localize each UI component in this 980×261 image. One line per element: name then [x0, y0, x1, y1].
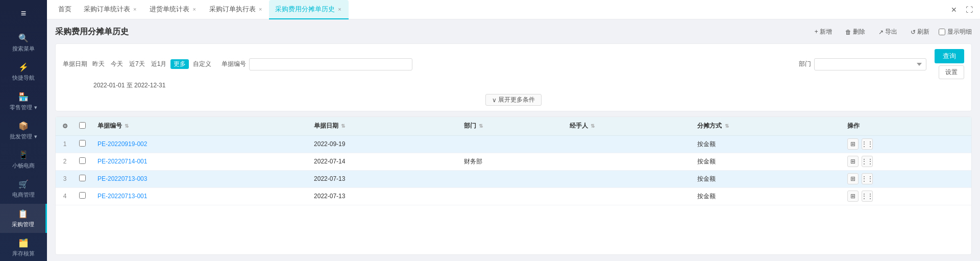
col-header-date: 单据日期 ⇅ [309, 117, 459, 135]
column-settings-icon[interactable]: ⚙ [56, 117, 74, 135]
table-row: 3 PE-20220713-003 2022-07-13 按金额 ⊞ ⋮⋮ [56, 170, 971, 187]
order-no-link-3[interactable]: PE-20220713-003 [97, 175, 147, 182]
add-button[interactable]: + 新增 [811, 26, 836, 38]
more-action-4[interactable]: ⋮⋮ [862, 191, 873, 202]
row-select-1[interactable] [79, 140, 86, 147]
row-checkbox-1 [74, 135, 92, 153]
shortcut-yesterday[interactable]: 昨天 [90, 59, 107, 69]
tab-bar: 首页采购订单统计表×进货单统计表×采购订单执行表×采购费用分摊单历史× ✕ ⛶ [47, 0, 980, 19]
tab-close-purchase-cost-history[interactable]: × [337, 6, 342, 12]
settings-button[interactable]: 设置 [939, 65, 964, 79]
shortcut-more[interactable]: 更多 [170, 59, 189, 69]
order-no-link-2[interactable]: PE-20220714-001 [97, 158, 147, 165]
view-action-2[interactable]: ⊞ [847, 156, 859, 167]
sidebar-item-search[interactable]: 🔍 搜索菜单 [0, 28, 47, 57]
quicknav-icon: ⚡ [18, 62, 29, 72]
more-action-1[interactable]: ⋮⋮ [862, 138, 873, 150]
purchase-icon: 📋 [18, 209, 28, 219]
inventory-icon: 🗂️ [18, 238, 29, 248]
show-columns-checkbox[interactable] [939, 29, 945, 35]
main-area: 首页采购订单统计表×进货单统计表×采购订单执行表×采购费用分摊单历史× ✕ ⛶ … [47, 0, 980, 261]
sidebar-item-quicknav[interactable]: ⚡ 快捷导航 [0, 57, 47, 86]
sidebar-item-wholesale[interactable]: 📦 批发管理 ▾ [0, 116, 47, 145]
sidebar-logo: ≡ [21, 5, 27, 24]
view-action-4[interactable]: ⊞ [847, 191, 859, 202]
sidebar-item-inventory[interactable]: 🗂️ 库存核算 [0, 233, 47, 261]
sidebar-item-miniapp[interactable]: 📱 小畅电商 [0, 145, 47, 174]
sort-split-icon: ⇅ [725, 123, 729, 129]
table-row: 1 PE-20220919-002 2022-09-19 按金额 ⊞ ⋮⋮ [56, 135, 971, 153]
order-no-link-4[interactable]: PE-20220713-001 [97, 193, 147, 200]
tab-close-purchase-order-exec[interactable]: × [258, 6, 263, 12]
order-no-link-1[interactable]: PE-20220919-002 [97, 140, 147, 148]
view-action-3[interactable]: ⊞ [847, 173, 859, 184]
select-all-header [74, 117, 92, 135]
fullscreen-tab-action[interactable]: ⛶ [964, 4, 975, 15]
show-columns-toggle[interactable]: 显示明细 [939, 28, 972, 36]
chevron-down-icon: ∨ [492, 97, 497, 104]
row-select-4[interactable] [79, 192, 86, 199]
table-header-row: ⚙ 单据编号 ⇅ 单据日期 ⇅ 部门 [56, 117, 971, 135]
close-tab-action[interactable]: ✕ [948, 4, 960, 15]
tab-inbound-stats[interactable]: 进货单统计表× [143, 0, 203, 19]
row-handler-4 [565, 187, 692, 205]
row-split-method-1: 按金额 [692, 135, 842, 153]
miniapp-icon: 📱 [18, 150, 29, 160]
date-filter-label: 单据日期 [63, 60, 87, 68]
row-select-2[interactable] [79, 157, 86, 164]
retail-icon: 🏪 [18, 92, 29, 102]
more-action-3[interactable]: ⋮⋮ [862, 173, 873, 184]
shortcut-1month[interactable]: 近1月 [149, 59, 169, 69]
sidebar-item-retail[interactable]: 🏪 零售管理 ▾ [0, 87, 47, 116]
row-num-2: 2 [56, 153, 74, 170]
expand-conditions-row: ∨ 展开更多条件 [63, 94, 964, 106]
refresh-icon: ↺ [911, 29, 916, 36]
tab-action-area: ✕ ⛶ [948, 4, 975, 15]
tab-purchase-order-stats[interactable]: 采购订单统计表× [78, 0, 143, 19]
filter-row-1: 单据日期 昨天 今天 近7天 近1月 更多 自定义 单据编号 [63, 49, 964, 79]
view-action-1[interactable]: ⊞ [847, 138, 859, 150]
dept-filter: 部门 财务部 [799, 58, 926, 70]
ecommerce-icon: 🛒 [18, 179, 29, 189]
sort-handler-icon: ⇅ [591, 123, 595, 129]
wholesale-icon: 📦 [18, 121, 29, 131]
more-action-2[interactable]: ⋮⋮ [862, 156, 873, 167]
row-select-3[interactable] [79, 175, 86, 181]
dept-select[interactable]: 财务部 [814, 58, 926, 70]
sidebar-label-miniapp: 小畅电商 [12, 162, 35, 169]
shortcut-custom[interactable]: 自定义 [191, 59, 213, 69]
sidebar-label-retail: 零售管理 ▾ [10, 104, 37, 111]
col-header-dept: 部门 ⇅ [459, 117, 565, 135]
sidebar-item-purchase[interactable]: 📋 采购管理 [0, 204, 47, 233]
page-header: 采购费用分摊单历史 + 新增 🗑 删除 ↗ 导出 ↺ 刷新 显示明细 [55, 26, 972, 38]
refresh-button[interactable]: ↺ 刷新 [906, 26, 934, 38]
order-no-input[interactable] [249, 58, 412, 70]
date-filter: 单据日期 昨天 今天 近7天 近1月 更多 自定义 [63, 59, 213, 69]
tab-purchase-cost-history[interactable]: 采购费用分摊单历史× [269, 0, 348, 19]
shortcut-7days[interactable]: 近7天 [127, 59, 147, 69]
filter-panel: 单据日期 昨天 今天 近7天 近1月 更多 自定义 单据编号 [55, 43, 972, 111]
col-header-split-method: 分摊方式 ⇅ [692, 117, 842, 135]
tab-close-inbound-stats[interactable]: × [191, 6, 197, 12]
row-date-4: 2022-07-13 [309, 187, 459, 205]
query-button[interactable]: 查询 [935, 49, 964, 63]
shortcut-today[interactable]: 今天 [109, 59, 125, 69]
row-num-4: 4 [56, 187, 74, 205]
row-num-3: 3 [56, 170, 74, 187]
tab-label-home: 首页 [58, 5, 71, 14]
tab-home[interactable]: 首页 [52, 0, 78, 19]
select-all-checkbox[interactable] [79, 122, 86, 129]
tab-purchase-order-exec[interactable]: 采购订单执行表× [203, 0, 269, 19]
row-order-no-3: PE-20220713-003 [92, 170, 309, 187]
export-button[interactable]: ↗ 导出 [874, 26, 901, 38]
row-date-3: 2022-07-13 [309, 170, 459, 187]
row-dept-4 [459, 187, 565, 205]
expand-conditions-button[interactable]: ∨ 展开更多条件 [485, 94, 542, 106]
row-actions-3: ⊞ ⋮⋮ [842, 170, 971, 187]
delete-button[interactable]: 🗑 删除 [841, 26, 869, 38]
header-actions: + 新增 🗑 删除 ↗ 导出 ↺ 刷新 显示明细 [811, 26, 972, 38]
sidebar: ≡ 🔍 搜索菜单 ⚡ 快捷导航 🏪 零售管理 ▾ 📦 批发管理 ▾ 📱 小畅电商… [0, 0, 47, 261]
tab-close-purchase-order-stats[interactable]: × [132, 6, 137, 12]
row-actions-4: ⊞ ⋮⋮ [842, 187, 971, 205]
sidebar-item-ecommerce[interactable]: 🛒 电商管理 [0, 174, 47, 203]
